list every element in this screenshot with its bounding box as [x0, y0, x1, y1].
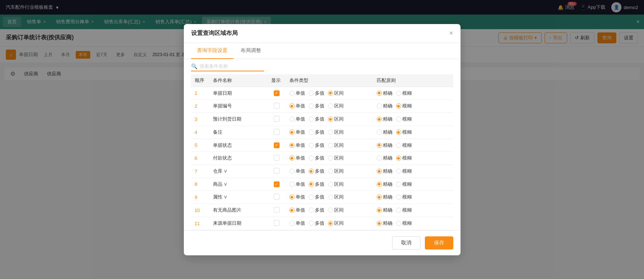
- radio-label: 模糊: [402, 90, 412, 97]
- radio-match-模糊[interactable]: 模糊: [396, 103, 412, 109]
- radio-match-精确[interactable]: 精确: [377, 129, 392, 135]
- radio-type-多值[interactable]: 多值: [309, 103, 324, 109]
- radio-match-精确[interactable]: 精确: [377, 194, 392, 200]
- radio-match-模糊[interactable]: 模糊: [396, 142, 412, 149]
- radio-type-单值[interactable]: 单值: [289, 207, 305, 213]
- radio-label: 单值: [296, 142, 305, 149]
- row-display-checkbox[interactable]: [268, 204, 286, 217]
- row-display-checkbox[interactable]: [268, 152, 286, 165]
- radio-indicator: [289, 182, 295, 187]
- radio-label: 模糊: [402, 207, 412, 213]
- radio-type-多值[interactable]: 多值: [309, 129, 324, 135]
- display-checkbox[interactable]: [274, 181, 280, 187]
- radio-indicator: [377, 221, 382, 226]
- radio-match-精确[interactable]: 精确: [377, 220, 392, 227]
- radio-type-多值[interactable]: 多值: [309, 155, 324, 161]
- radio-type-区间[interactable]: 区间: [328, 181, 344, 188]
- row-display-checkbox[interactable]: [268, 87, 286, 99]
- display-checkbox[interactable]: [274, 129, 280, 135]
- radio-match-模糊[interactable]: 模糊: [396, 194, 412, 200]
- radio-type-区间[interactable]: 区间: [328, 155, 344, 161]
- radio-type-区间[interactable]: 区间: [328, 194, 344, 200]
- radio-type-单值[interactable]: 单值: [289, 116, 305, 122]
- radio-match-精确[interactable]: 精确: [377, 116, 392, 122]
- radio-indicator: [309, 182, 314, 187]
- display-checkbox[interactable]: [274, 155, 280, 161]
- radio-match-精确[interactable]: 精确: [377, 103, 392, 109]
- display-checkbox[interactable]: [274, 207, 280, 213]
- tab-query-fields[interactable]: 查询字段设置: [191, 43, 233, 59]
- display-checkbox[interactable]: [274, 103, 280, 109]
- radio-match-模糊[interactable]: 模糊: [396, 90, 412, 97]
- table-row: 7仓库 ∨单值多值区间精确模糊: [191, 165, 453, 178]
- radio-type-多值[interactable]: 多值: [309, 194, 324, 200]
- radio-match-模糊[interactable]: 模糊: [396, 168, 412, 174]
- radio-indicator: [396, 117, 401, 122]
- display-checkbox[interactable]: [274, 168, 280, 174]
- radio-match-模糊[interactable]: 模糊: [396, 116, 412, 122]
- radio-type-多值[interactable]: 多值: [309, 168, 324, 174]
- display-checkbox[interactable]: [274, 220, 280, 226]
- radio-match-模糊[interactable]: 模糊: [396, 181, 412, 188]
- radio-type-多值[interactable]: 多值: [309, 220, 324, 227]
- row-display-checkbox[interactable]: [268, 178, 286, 190]
- radio-label: 区间: [334, 129, 344, 135]
- radio-type-区间[interactable]: 区间: [328, 142, 344, 149]
- row-order: 3: [191, 113, 209, 126]
- table-row: 5单据状态单值多值区间精确模糊: [191, 139, 453, 152]
- radio-match-精确[interactable]: 精确: [377, 207, 392, 213]
- radio-type-区间[interactable]: 区间: [328, 103, 344, 109]
- radio-type-单值[interactable]: 单值: [289, 155, 305, 161]
- modal-close-button[interactable]: ×: [449, 30, 453, 36]
- search-input[interactable]: [199, 63, 258, 69]
- radio-type-单值[interactable]: 单值: [289, 181, 305, 188]
- row-display-checkbox[interactable]: [268, 139, 286, 152]
- radio-type-多值[interactable]: 多值: [309, 116, 324, 122]
- display-checkbox[interactable]: [274, 116, 280, 122]
- save-button[interactable]: 保存: [425, 236, 453, 249]
- row-display-checkbox[interactable]: [268, 165, 286, 178]
- radio-match-模糊[interactable]: 模糊: [396, 220, 412, 227]
- radio-match-精确[interactable]: 精确: [377, 155, 392, 161]
- row-display-checkbox[interactable]: [268, 190, 286, 204]
- radio-type-区间[interactable]: 区间: [328, 207, 344, 213]
- radio-match-精确[interactable]: 精确: [377, 142, 392, 149]
- radio-type-区间[interactable]: 区间: [328, 220, 344, 227]
- display-checkbox[interactable]: [274, 142, 280, 148]
- radio-type-多值[interactable]: 多值: [309, 142, 324, 149]
- radio-type-单值[interactable]: 单值: [289, 168, 305, 174]
- row-condition-type: 单值多值区间: [286, 87, 373, 99]
- radio-type-多值[interactable]: 多值: [309, 90, 324, 97]
- radio-match-模糊[interactable]: 模糊: [396, 207, 412, 213]
- radio-type-单值[interactable]: 单值: [289, 129, 305, 135]
- row-display-checkbox[interactable]: [268, 99, 286, 113]
- display-checkbox[interactable]: [274, 90, 280, 96]
- radio-type-区间[interactable]: 区间: [328, 129, 344, 135]
- radio-match-模糊[interactable]: 模糊: [396, 129, 412, 135]
- radio-type-区间[interactable]: 区间: [328, 168, 344, 174]
- radio-match-精确[interactable]: 精确: [377, 181, 392, 188]
- radio-type-多值[interactable]: 多值: [309, 207, 324, 213]
- radio-match-模糊[interactable]: 模糊: [396, 155, 412, 161]
- radio-indicator: [396, 143, 401, 148]
- radio-match-精确[interactable]: 精确: [377, 90, 392, 97]
- radio-type-单值[interactable]: 单值: [289, 90, 305, 97]
- radio-type-单值[interactable]: 单值: [289, 194, 305, 200]
- row-display-checkbox[interactable]: [268, 113, 286, 126]
- row-display-checkbox[interactable]: [268, 126, 286, 139]
- tab-layout-adjust[interactable]: 布局调整: [235, 43, 267, 59]
- radio-label: 多值: [315, 103, 324, 109]
- radio-type-区间[interactable]: 区间: [328, 90, 344, 97]
- radio-type-单值[interactable]: 单值: [289, 142, 305, 149]
- row-match-rule: 精确模糊: [373, 178, 453, 190]
- display-checkbox[interactable]: [274, 194, 280, 200]
- row-display-checkbox[interactable]: [268, 217, 286, 230]
- radio-type-多值[interactable]: 多值: [309, 181, 324, 188]
- radio-type-单值[interactable]: 单值: [289, 103, 305, 109]
- cancel-button[interactable]: 取消: [392, 236, 420, 249]
- radio-type-区间[interactable]: 区间: [328, 116, 344, 122]
- modal-overlay: 设置查询区域布局 × 查询字段设置 布局调整 🔍 顺序: [0, 0, 644, 279]
- radio-label: 区间: [334, 103, 344, 109]
- radio-match-精确[interactable]: 精确: [377, 168, 392, 174]
- radio-type-单值[interactable]: 单值: [289, 220, 305, 227]
